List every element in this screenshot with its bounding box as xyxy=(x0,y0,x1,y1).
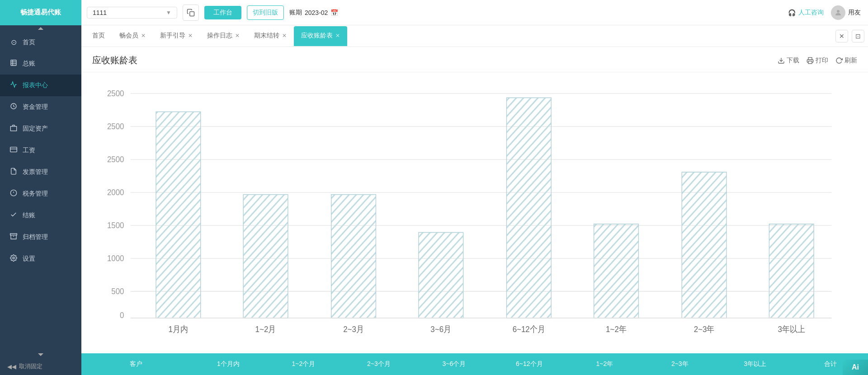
sidebar-item-label: 发票管理 xyxy=(23,168,48,176)
table-header: 客户 1个月内 1~2个月 2~3个月 3~6个月 6~12个月 xyxy=(81,353,868,375)
svg-text:1500: 1500 xyxy=(107,220,124,230)
tab-yearend[interactable]: 期末结转 ✕ xyxy=(247,26,294,46)
sidebar-item-settings[interactable]: 设置 xyxy=(0,248,81,270)
period-value: 2023-02 xyxy=(305,9,328,16)
avatar xyxy=(831,5,845,20)
tab-guide[interactable]: 新手引导 ✕ xyxy=(153,26,200,46)
sidebar-item-home[interactable]: ⊙ 首页 xyxy=(0,32,81,53)
col-3-6month: 3~6个月 xyxy=(416,360,491,368)
copy-icon-btn[interactable] xyxy=(183,5,199,21)
svg-text:2500: 2500 xyxy=(107,155,124,164)
page-actions: 下载 打印 刷新 xyxy=(778,56,857,65)
page-header: 应收账龄表 下载 打印 刷新 xyxy=(81,47,868,72)
print-label: 打印 xyxy=(816,56,828,65)
download-button[interactable]: 下载 xyxy=(778,56,799,65)
sidebar-item-salary[interactable]: 工资 xyxy=(0,140,81,161)
svg-text:2~3月: 2~3月 xyxy=(343,324,364,334)
expand-tab-btn[interactable]: ⊡ xyxy=(852,30,864,42)
header-right: 🎧 人工咨询 用友 xyxy=(788,5,861,20)
col-6-12month: 6~12个月 xyxy=(492,360,567,368)
chart-container: 2500 2500 2500 2000 1500 1000 500 0 xyxy=(92,80,857,346)
tab-close-icon[interactable]: ✕ xyxy=(141,33,146,39)
switch-version-button[interactable]: 切到旧版 xyxy=(247,5,284,20)
bar-6-12月 xyxy=(507,98,552,318)
sidebar-item-label: 资金管理 xyxy=(23,103,48,111)
bar-2-3月 xyxy=(331,195,376,318)
calendar-icon[interactable]: 📅 xyxy=(330,9,338,16)
tab-close-icon[interactable]: ✕ xyxy=(335,33,340,39)
svg-text:1~2月: 1~2月 xyxy=(255,324,276,334)
archive-icon xyxy=(9,233,18,242)
bar-1-2月 xyxy=(243,195,288,318)
sidebar-item-funds[interactable]: 资金管理 xyxy=(0,96,81,118)
sidebar-item-tax[interactable]: 税务管理 xyxy=(0,183,81,205)
ai-badge[interactable]: Ai xyxy=(843,360,868,375)
cancel-pin-button[interactable]: ◀◀ 取消固定 xyxy=(0,358,81,375)
svg-rect-0 xyxy=(190,11,194,16)
print-button[interactable]: 打印 xyxy=(807,56,828,65)
assets-icon xyxy=(9,124,18,133)
content-area: 首页 畅会员 ✕ 新手引导 ✕ 操作日志 ✕ 期末结转 ✕ 应收账龄表 ✕ xyxy=(81,25,868,375)
col-customer: 客户 xyxy=(81,360,191,368)
tabs-actions: ✕ ⊡ xyxy=(835,30,864,42)
sidebar-item-checkout[interactable]: 结账 xyxy=(0,205,81,226)
home-icon: ⊙ xyxy=(9,38,18,47)
col-3year-plus: 3年以上 xyxy=(717,360,793,368)
main-layout: ⊙ 首页 总账 报表中心 资金管理 固定资产 xyxy=(0,25,868,375)
close-tab-btn[interactable]: ✕ xyxy=(835,30,848,42)
consult-button[interactable]: 🎧 人工咨询 xyxy=(788,9,824,17)
tab-close-icon[interactable]: ✕ xyxy=(282,33,287,39)
salary-icon xyxy=(9,146,18,155)
bar-1月内 xyxy=(156,112,201,318)
tab-close-icon[interactable]: ✕ xyxy=(235,33,240,39)
svg-text:3年以上: 3年以上 xyxy=(778,324,805,334)
funds-icon xyxy=(9,103,18,112)
sidebar-item-assets[interactable]: 固定资产 xyxy=(0,118,81,140)
sidebar-item-label: 归档管理 xyxy=(23,233,48,241)
tab-oplog[interactable]: 操作日志 ✕ xyxy=(200,26,247,46)
logo-text: 畅捷通易代账 xyxy=(20,8,61,17)
ledger-icon xyxy=(9,59,18,68)
refresh-icon xyxy=(835,57,843,64)
svg-text:2~3年: 2~3年 xyxy=(694,324,715,334)
user-area[interactable]: 用友 xyxy=(831,5,861,20)
sidebar-item-ledger[interactable]: 总账 xyxy=(0,53,81,75)
svg-rect-7 xyxy=(10,127,16,131)
refresh-button[interactable]: 刷新 xyxy=(835,56,857,65)
tab-close-icon[interactable]: ✕ xyxy=(188,33,193,39)
col-1-2month: 1~2个月 xyxy=(266,360,341,368)
consult-label: 人工咨询 xyxy=(798,9,824,17)
svg-rect-8 xyxy=(10,147,17,152)
sidebar-item-archive[interactable]: 归档管理 xyxy=(0,226,81,248)
tab-member[interactable]: 畅会员 ✕ xyxy=(112,26,153,46)
reports-icon xyxy=(9,81,18,90)
svg-text:6~12个月: 6~12个月 xyxy=(513,324,545,334)
checkout-icon xyxy=(9,211,18,220)
period-area: 账期 2023-02 📅 xyxy=(289,9,338,17)
sidebar-item-label: 税务管理 xyxy=(23,190,48,198)
page-title: 应收账龄表 xyxy=(92,54,137,66)
period-label: 账期 xyxy=(289,9,302,17)
scroll-down-indicator[interactable] xyxy=(0,352,81,358)
svg-rect-17 xyxy=(808,61,812,63)
tab-label: 新手引导 xyxy=(160,32,185,40)
top-header: 畅捷通易代账 1111 ▼ 工作台 切到旧版 账期 2023-02 📅 🎧 人工… xyxy=(0,0,868,25)
tab-aging[interactable]: 应收账龄表 ✕ xyxy=(294,26,347,46)
download-icon xyxy=(778,57,785,64)
sidebar-item-reports[interactable]: 报表中心 xyxy=(0,75,81,96)
print-icon xyxy=(807,57,814,64)
refresh-label: 刷新 xyxy=(844,56,857,65)
col-1-2year: 1~2年 xyxy=(567,360,642,368)
headset-icon: 🎧 xyxy=(788,9,796,16)
scroll-up-indicator[interactable] xyxy=(0,25,81,32)
tab-home[interactable]: 首页 xyxy=(85,26,112,46)
tabs-bar: 首页 畅会员 ✕ 新手引导 ✕ 操作日志 ✕ 期末结转 ✕ 应收账龄表 ✕ xyxy=(81,25,868,47)
company-selector[interactable]: 1111 ▼ xyxy=(87,7,177,19)
user-name: 用友 xyxy=(848,9,861,17)
svg-rect-13 xyxy=(10,234,17,235)
col-2-3year: 2~3年 xyxy=(642,360,717,368)
svg-text:2500: 2500 xyxy=(107,89,124,98)
workbench-button[interactable]: 工作台 xyxy=(204,6,241,19)
svg-text:3~6月: 3~6月 xyxy=(430,324,451,334)
sidebar-item-invoice[interactable]: 发票管理 xyxy=(0,161,81,183)
